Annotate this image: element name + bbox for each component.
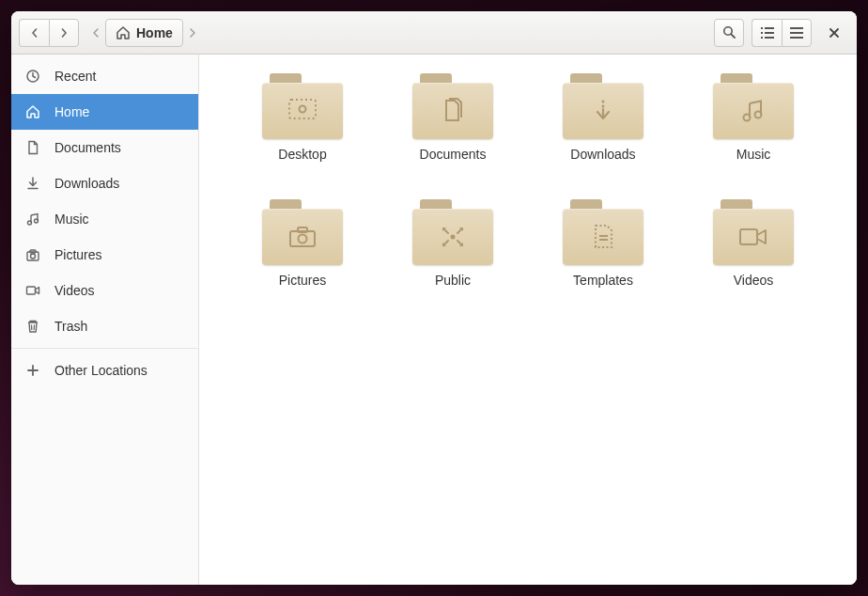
sidebar-item-home[interactable]: Home [11, 94, 198, 130]
folder-label: Public [435, 273, 471, 288]
picture-icon [24, 247, 41, 262]
sidebar-item-pictures[interactable]: Pictures [11, 237, 198, 273]
hamburger-menu-button[interactable] [782, 19, 812, 47]
sidebar: Recent Home Documents Downloads [11, 55, 199, 585]
sidebar-item-label: Documents [54, 140, 121, 155]
sidebar-item-documents[interactable]: Documents [11, 130, 198, 165]
svg-rect-9 [790, 32, 803, 34]
sidebar-separator [11, 348, 198, 349]
folder-public[interactable]: Public [378, 199, 528, 288]
svg-rect-36 [740, 229, 757, 244]
svg-line-1 [731, 34, 735, 38]
svg-rect-3 [765, 27, 774, 29]
svg-rect-19 [27, 287, 36, 294]
folder-pictures[interactable]: Pictures [227, 199, 378, 288]
path-next-icon[interactable] [183, 19, 202, 47]
svg-point-24 [602, 101, 605, 103]
path-current-label: Home [136, 25, 173, 40]
svg-point-31 [299, 235, 307, 243]
sidebar-item-label: Home [54, 104, 89, 119]
content-area[interactable]: Desktop Documents [199, 55, 857, 585]
search-button[interactable] [714, 19, 744, 47]
sidebar-item-label: Trash [54, 319, 87, 334]
home-icon [24, 104, 41, 119]
folder-label: Desktop [278, 147, 326, 162]
folder-icon [713, 199, 794, 265]
folder-templates[interactable]: Templates [528, 199, 678, 288]
folder-icon [262, 199, 343, 265]
folder-music[interactable]: Music [678, 73, 829, 162]
list-view-button[interactable] [752, 19, 782, 47]
folder-label: Documents [420, 147, 487, 162]
pathbar: Home [86, 19, 202, 47]
folder-documents[interactable]: Documents [378, 73, 528, 162]
chevron-right-icon [59, 28, 69, 38]
folder-downloads[interactable]: Downloads [528, 73, 678, 162]
svg-point-33 [451, 235, 456, 240]
folder-label: Music [736, 147, 771, 162]
folder-icon [412, 199, 493, 265]
folder-grid: Desktop Documents [227, 73, 829, 288]
folder-label: Templates [573, 273, 633, 288]
svg-point-17 [31, 254, 36, 259]
search-icon [722, 25, 736, 39]
svg-rect-32 [298, 227, 307, 232]
svg-point-25 [602, 105, 605, 108]
folder-icon [412, 73, 493, 139]
clock-icon [24, 69, 41, 84]
forward-button[interactable] [49, 19, 79, 47]
video-icon [24, 283, 41, 298]
folder-label: Pictures [279, 273, 327, 288]
sidebar-item-label: Music [54, 212, 89, 227]
trash-icon [24, 319, 41, 334]
path-current-button[interactable]: Home [105, 19, 183, 47]
sidebar-item-downloads[interactable]: Downloads [11, 165, 198, 201]
hamburger-icon [790, 27, 803, 39]
svg-rect-10 [790, 37, 803, 39]
folder-icon [563, 73, 643, 139]
sidebar-item-other-locations[interactable]: Other Locations [11, 353, 198, 388]
svg-rect-4 [761, 32, 763, 34]
close-icon [829, 27, 840, 39]
download-icon [24, 176, 41, 191]
sidebar-item-label: Recent [54, 69, 96, 84]
folder-icon [563, 199, 643, 265]
sidebar-item-label: Downloads [54, 176, 119, 191]
sidebar-item-music[interactable]: Music [11, 201, 198, 237]
svg-rect-6 [761, 37, 763, 39]
list-view-icon [761, 27, 774, 39]
view-buttons [752, 19, 812, 47]
folder-desktop[interactable]: Desktop [227, 73, 378, 162]
home-icon [116, 25, 131, 40]
svg-rect-5 [765, 32, 774, 34]
folder-label: Videos [734, 273, 774, 288]
nav-buttons [19, 19, 79, 47]
file-manager-window: Home [11, 11, 857, 585]
folder-videos[interactable]: Videos [678, 199, 829, 288]
sidebar-item-label: Pictures [54, 247, 102, 262]
svg-rect-8 [790, 27, 803, 29]
titlebar: Home [11, 11, 857, 55]
document-icon [24, 140, 41, 155]
chevron-left-icon [30, 28, 39, 38]
window-body: Recent Home Documents Downloads [11, 55, 857, 585]
svg-rect-30 [290, 231, 315, 246]
svg-rect-7 [765, 37, 774, 39]
svg-point-23 [300, 106, 306, 113]
close-button[interactable] [819, 19, 849, 47]
back-button[interactable] [19, 19, 49, 47]
sidebar-item-label: Videos [54, 283, 95, 298]
plus-icon [24, 364, 41, 377]
sidebar-item-recent[interactable]: Recent [11, 58, 198, 94]
folder-icon [262, 73, 343, 139]
sidebar-item-label: Other Locations [54, 363, 147, 378]
sidebar-item-videos[interactable]: Videos [11, 273, 198, 308]
sidebar-item-trash[interactable]: Trash [11, 308, 198, 344]
folder-label: Downloads [570, 147, 635, 162]
svg-rect-2 [761, 27, 763, 29]
music-icon [24, 212, 41, 227]
path-prev-icon[interactable] [86, 19, 105, 47]
svg-rect-22 [289, 100, 316, 118]
svg-point-14 [35, 219, 39, 223]
folder-icon [713, 73, 794, 139]
